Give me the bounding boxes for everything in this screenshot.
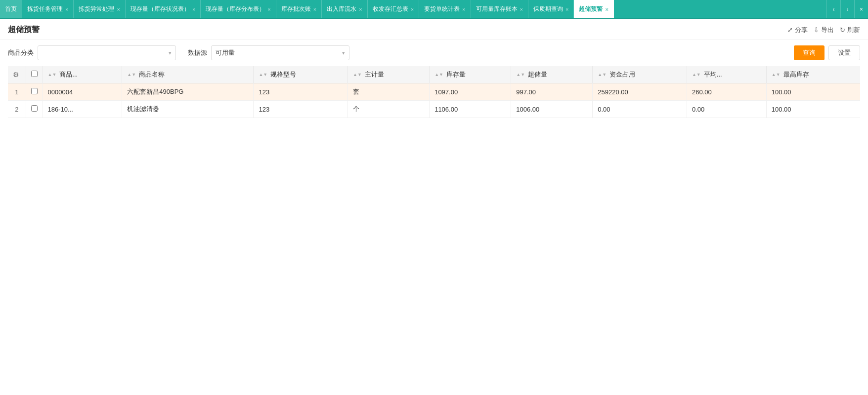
- nav-item------[interactable]: 出入库流水×: [322, 0, 367, 19]
- nav-item--------[interactable]: 可用量库存账本×: [471, 0, 528, 19]
- th-product-code[interactable]: ▲▼ 商品...: [43, 66, 122, 83]
- table-container: ⚙ ▲▼ 商品... ▲▼ 商品名称: [0, 66, 868, 118]
- nav-item-------[interactable]: 拣货异常处理×: [74, 0, 125, 19]
- header-actions: ⤢ 分享 ⇩ 导出 ↻ 刷新: [787, 26, 860, 35]
- row-checkbox-cell: [26, 83, 43, 101]
- nav-item------[interactable]: 保质期查询×: [528, 0, 574, 19]
- export-icon: ⇩: [814, 26, 819, 34]
- nav-item------[interactable]: 库存批次账×: [276, 0, 322, 19]
- nav-item---[interactable]: 首页: [0, 0, 22, 19]
- share-icon: ⤢: [787, 26, 793, 34]
- export-button[interactable]: ⇩ 导出: [814, 26, 834, 35]
- chevron-down-icon: ▾: [169, 50, 172, 56]
- stock: 1106.00: [430, 101, 511, 118]
- datasource-label: 数据源: [188, 48, 207, 57]
- close-icon[interactable]: ×: [65, 6, 68, 12]
- table-body: 1 0000004 六配套新昌490BPG 123 套 1097.00 997.…: [8, 83, 860, 118]
- row-checkbox-cell: [26, 101, 43, 118]
- settings-button[interactable]: 设置: [828, 45, 860, 60]
- nav-item-------[interactable]: 要货单统计表×: [419, 0, 471, 19]
- th-avg[interactable]: ▲▼ 平均...: [687, 66, 766, 83]
- nav-item-----[interactable]: 超储预警×: [574, 0, 613, 19]
- product-code: 186-10...: [43, 101, 122, 118]
- query-button[interactable]: 查询: [794, 45, 825, 60]
- sort-icon: ▲▼: [48, 72, 57, 77]
- sort-icon: ▲▼: [259, 72, 267, 77]
- stock: 1097.00: [430, 83, 511, 101]
- top-nav: 首页拣货任务管理×拣货异常处理×现存量（库存状况表）×现存量（库存分布表）×库存…: [0, 0, 868, 19]
- nav-prev-btn[interactable]: ‹: [826, 0, 840, 19]
- sort-icon: ▲▼: [516, 72, 525, 77]
- refresh-button[interactable]: ↻ 刷新: [840, 26, 860, 35]
- table-row: 1 0000004 六配套新昌490BPG 123 套 1097.00 997.…: [8, 83, 860, 101]
- max-stock: 100.00: [766, 83, 860, 101]
- unit: 个: [348, 101, 430, 118]
- row-checkbox[interactable]: [31, 88, 38, 94]
- spec: 123: [254, 83, 348, 101]
- refresh-icon: ↻: [840, 26, 845, 34]
- column-settings-icon[interactable]: ⚙: [13, 71, 19, 79]
- overstock: 1006.00: [511, 101, 593, 118]
- th-capital[interactable]: ▲▼ 资金占用: [593, 66, 687, 83]
- datasource-filter: 数据源 可用量 ▾: [188, 45, 349, 60]
- datasource-value: 可用量: [216, 48, 235, 57]
- avg: 260.00: [687, 83, 766, 101]
- close-icon[interactable]: ×: [605, 6, 608, 12]
- datasource-chevron-icon: ▾: [342, 50, 345, 56]
- close-icon[interactable]: ×: [462, 6, 465, 12]
- capital: 0.00: [593, 101, 687, 118]
- close-icon[interactable]: ×: [267, 6, 270, 12]
- overstock: 997.00: [511, 83, 593, 101]
- product-name: 机油滤清器: [122, 101, 254, 118]
- th-max-stock[interactable]: ▲▼ 最高库存: [766, 66, 860, 83]
- sort-icon: ▲▼: [127, 72, 136, 77]
- nav-item-------[interactable]: 收发存汇总表×: [368, 0, 419, 19]
- category-filter: 商品分类 ▾: [8, 45, 176, 60]
- nav-close-btn[interactable]: ×: [854, 0, 868, 19]
- datasource-select[interactable]: 可用量 ▾: [211, 45, 349, 60]
- close-icon[interactable]: ×: [565, 6, 568, 12]
- page-title: 超储预警: [8, 25, 40, 35]
- th-checkbox: [26, 66, 43, 83]
- product-name: 六配套新昌490BPG: [122, 83, 254, 101]
- th-unit[interactable]: ▲▼ 主计量: [348, 66, 430, 83]
- close-icon[interactable]: ×: [411, 6, 414, 12]
- max-stock: 100.00: [766, 101, 860, 118]
- unit: 套: [348, 83, 430, 101]
- th-overstock[interactable]: ▲▼ 超储量: [511, 66, 593, 83]
- sort-icon: ▲▼: [434, 72, 443, 77]
- row-checkbox[interactable]: [31, 105, 38, 112]
- nav-next-btn[interactable]: ›: [840, 0, 854, 19]
- sort-icon: ▲▼: [772, 72, 781, 77]
- th-gear: ⚙: [8, 66, 26, 83]
- th-stock[interactable]: ▲▼ 库存量: [430, 66, 511, 83]
- close-icon[interactable]: ×: [520, 6, 523, 12]
- th-spec[interactable]: ▲▼ 规格型号: [254, 66, 348, 83]
- spec: 123: [254, 101, 348, 118]
- sort-icon: ▲▼: [353, 72, 362, 77]
- select-all-checkbox[interactable]: [31, 71, 38, 77]
- filter-bar: 商品分类 ▾ 数据源 可用量 ▾ 查询 设置: [0, 40, 868, 66]
- nav-item-----------[interactable]: 现存量（库存状况表）×: [126, 0, 201, 19]
- table-header-row: ⚙ ▲▼ 商品... ▲▼ 商品名称: [8, 66, 860, 83]
- close-icon[interactable]: ×: [117, 6, 120, 12]
- nav-item-----------[interactable]: 现存量（库存分布表）×: [201, 0, 276, 19]
- category-select[interactable]: ▾: [38, 45, 176, 60]
- data-table: ⚙ ▲▼ 商品... ▲▼ 商品名称: [8, 66, 860, 118]
- category-label: 商品分类: [8, 48, 34, 57]
- close-icon[interactable]: ×: [192, 6, 195, 12]
- close-icon[interactable]: ×: [359, 6, 362, 12]
- sort-icon: ▲▼: [598, 72, 607, 77]
- product-code: 0000004: [43, 83, 122, 101]
- avg: 0.00: [687, 101, 766, 118]
- row-number: 1: [8, 83, 26, 101]
- th-product-name[interactable]: ▲▼ 商品名称: [122, 66, 254, 83]
- share-button[interactable]: ⤢ 分享: [787, 26, 808, 35]
- nav-arrows: ‹ › ×: [826, 0, 868, 19]
- nav-item-------[interactable]: 拣货任务管理×: [22, 0, 74, 19]
- capital: 259220.00: [593, 83, 687, 101]
- close-icon[interactable]: ×: [313, 6, 316, 12]
- filter-actions: 查询 设置: [794, 45, 860, 60]
- row-number: 2: [8, 101, 26, 118]
- page-header: 超储预警 ⤢ 分享 ⇩ 导出 ↻ 刷新: [0, 19, 868, 40]
